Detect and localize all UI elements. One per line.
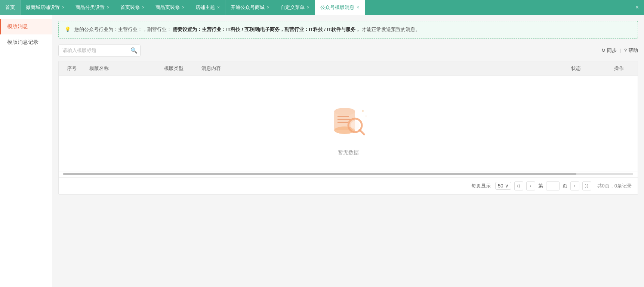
- close-tab-store-theme[interactable]: ×: [217, 5, 220, 10]
- page-size-select[interactable]: 50 ∨: [495, 182, 511, 190]
- header-type: 模版类型: [160, 61, 197, 76]
- scrollbar-track[interactable]: [63, 173, 633, 175]
- top-navigation: 首页 微商城店铺设置 × 商品分类设置 × 首页装修 × 商品页装修 × 店铺主…: [0, 0, 644, 15]
- total-info: 共0页，0条记录: [597, 183, 632, 189]
- prev-page-icon: ‹: [530, 183, 531, 189]
- first-page-button[interactable]: ⟨⟨: [514, 181, 523, 190]
- help-button[interactable]: ? 帮助: [624, 47, 638, 54]
- tab-home[interactable]: 首页: [0, 0, 21, 15]
- right-actions: ↻ 同步 | ? 帮助: [601, 47, 638, 54]
- divider: |: [620, 48, 621, 53]
- last-page-icon: ⟩⟩: [585, 183, 589, 189]
- close-tab-open-mall[interactable]: ×: [267, 5, 269, 10]
- notice-banner: 💡 您的公众号行业为：主营行业：，副营行业： 需要设置为：主营行业：IT科技 /…: [58, 21, 638, 39]
- close-tab-template-msg[interactable]: ×: [357, 5, 359, 10]
- global-close-button[interactable]: ×: [630, 4, 644, 11]
- page-size-label: 每页显示: [471, 183, 491, 189]
- sync-icon: ↻: [601, 48, 606, 53]
- sidebar-item-template-msg[interactable]: 模版消息: [0, 19, 52, 34]
- svg-text:✦: ✦: [361, 109, 365, 114]
- scrollbar-thumb[interactable]: [63, 173, 576, 175]
- header-action: 操作: [600, 61, 638, 76]
- next-page-icon: ›: [574, 183, 576, 189]
- search-input-wrap: 🔍: [58, 45, 141, 57]
- svg-line-8: [360, 130, 364, 134]
- close-tab-shop-settings[interactable]: ×: [62, 5, 65, 10]
- svg-text:✦: ✦: [365, 115, 367, 118]
- main-layout: 模版消息 模版消息记录 💡 您的公众号行业为：主营行业：，副营行业： 需要设置为…: [0, 15, 644, 287]
- chevron-down-icon: ∨: [505, 183, 509, 189]
- search-icon[interactable]: 🔍: [130, 47, 138, 54]
- svg-point-7: [351, 121, 360, 130]
- content-area: 💡 您的公众号行业为：主营行业：，副营行业： 需要设置为：主营行业：IT科技 /…: [52, 15, 644, 287]
- tab-home-decoration[interactable]: 首页装修 ×: [115, 0, 150, 15]
- prev-page-button[interactable]: ‹: [526, 181, 535, 190]
- table-header: 序号 模版名称 模版类型 消息内容 状态 操作: [59, 61, 638, 76]
- tab-category-settings[interactable]: 商品分类设置 ×: [70, 0, 115, 15]
- tab-custom-menu[interactable]: 自定义菜单 ×: [275, 0, 315, 15]
- sidebar-item-template-msg-log[interactable]: 模版消息记录: [0, 34, 52, 50]
- tab-open-mall[interactable]: 开通公众号商城 ×: [225, 0, 275, 15]
- data-table: 序号 模版名称 模版类型 消息内容 状态 操作: [58, 61, 638, 195]
- page-number-input[interactable]: 1: [546, 181, 560, 190]
- header-seq: 序号: [59, 61, 85, 76]
- page-label: 第: [538, 183, 543, 189]
- tab-shop-settings[interactable]: 微商城店铺设置 ×: [21, 0, 70, 15]
- empty-state: ✦ ✦ 暂无数据: [59, 76, 638, 171]
- last-page-button[interactable]: ⟩⟩: [582, 181, 591, 190]
- tab-store-theme[interactable]: 店铺主题 ×: [190, 0, 225, 15]
- sidebar: 模版消息 模版消息记录: [0, 15, 52, 287]
- next-page-button[interactable]: ›: [570, 181, 579, 190]
- header-name: 模版名称: [85, 61, 160, 76]
- header-status: 状态: [552, 61, 600, 76]
- search-bar: 🔍 ↻ 同步 | ? 帮助: [58, 45, 638, 57]
- close-tab-product-decoration[interactable]: ×: [182, 5, 185, 10]
- bulb-icon: 💡: [65, 27, 71, 32]
- tab-template-msg[interactable]: 公众号模版消息 ×: [315, 0, 365, 15]
- empty-illustration: ✦ ✦: [326, 98, 371, 143]
- tab-product-decoration[interactable]: 商品页装修 ×: [150, 0, 190, 15]
- help-icon: ?: [624, 48, 627, 53]
- page-unit: 页: [563, 183, 567, 189]
- pagination: 每页显示 50 ∨ ⟨⟨ ‹ 第 1 页 › ⟩⟩: [59, 177, 638, 194]
- close-tab-home-decoration[interactable]: ×: [142, 5, 145, 10]
- sync-button[interactable]: ↻ 同步: [601, 47, 617, 54]
- search-input[interactable]: [58, 45, 141, 57]
- page-size-value: 50: [498, 183, 503, 189]
- close-tab-category-settings[interactable]: ×: [107, 5, 110, 10]
- close-tab-custom-menu[interactable]: ×: [307, 5, 309, 10]
- header-content: 消息内容: [197, 61, 552, 76]
- empty-text: 暂无数据: [338, 149, 359, 156]
- scrollbar-row: [59, 171, 638, 177]
- first-page-icon: ⟨⟨: [517, 183, 521, 189]
